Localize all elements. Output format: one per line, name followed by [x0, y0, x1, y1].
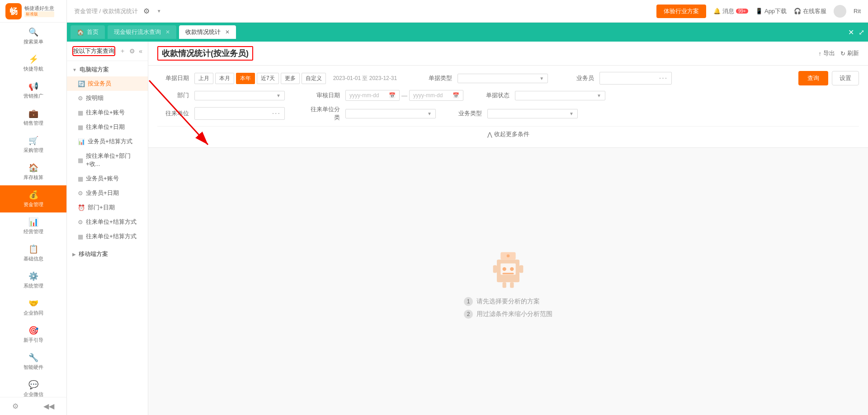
sidebar-item-corp[interactable]: 🤝 企业协同 [0, 294, 66, 321]
scheme-item-salesperson-calc[interactable]: 📊 业务员+结算方式 [67, 134, 148, 149]
review-date-start-placeholder: yyyy-mm-dd [349, 92, 379, 99]
salesperson-select[interactable]: ··· [599, 72, 672, 85]
partner-select[interactable]: ··· [194, 107, 285, 120]
date-btn-more[interactable]: 更多 [281, 73, 300, 84]
sidebar-item-search[interactable]: 🔍 搜索菜单 [0, 23, 66, 50]
export-icon: ↑ [819, 50, 822, 57]
sidebar-item-marketing[interactable]: 📢 营销推广 [0, 77, 66, 104]
content-placeholder: 1 请先选择要分析的方案 2 用过滤条件来缩小分析范围 [148, 148, 868, 415]
svg-rect-4 [503, 273, 514, 274]
scheme-group-arrow: ▼ [72, 67, 77, 72]
biz-type-select[interactable]: ▼ [487, 109, 578, 118]
scheme-panel-header: 按以下方案查询 ＋ ⚙ « [67, 42, 148, 61]
sidebar-item-sales[interactable]: 💼 销售管理 [0, 104, 66, 131]
online-service-item[interactable]: 🎧 在线客服 [794, 7, 826, 15]
placeholder-illustration [486, 245, 531, 290]
sidebar-item-finance[interactable]: 💰 资金管理 [0, 185, 66, 212]
sidebar-item-smart[interactable]: 🔧 智能硬件 [0, 348, 66, 375]
date-btn-last-month[interactable]: 上月 [194, 73, 213, 84]
tab-home[interactable]: 🏠 首页 [71, 25, 105, 39]
tab-collection-stats[interactable]: 收款情况统计 ✕ [179, 25, 236, 39]
sidebar-label-basic: 基础信息 [24, 255, 43, 262]
partner-dots[interactable]: ··· [272, 109, 281, 118]
scheme-item-unit-date[interactable]: ▦ 往来单位+日期 [67, 120, 148, 134]
tab-maximize-icon[interactable]: ⤢ [859, 28, 864, 37]
scheme-item-unit-calc1[interactable]: ⚙ 往来单位+结算方式 [67, 215, 148, 229]
biz-type-arrow: ▼ [569, 111, 574, 116]
filter-row-1: 单据日期 上月 本月 本年 近7天 更多 自定义 2023-01-01 至 20… [157, 71, 859, 85]
scheme-item-unit-date-label: 往来单位+日期 [86, 123, 125, 131]
sidebar-collapse-btn[interactable]: ◀◀ [43, 402, 54, 410]
scheme-add-icon[interactable]: ＋ [119, 47, 126, 55]
tab-collection-stats-label: 收款情况统计 [185, 28, 221, 36]
scheme-item-unit-account[interactable]: ▦ 往来单位+账号 [67, 105, 148, 120]
top-header: 资金管理 / 收款情况统计 ⚙ ▼ 体验行业方案 🔔 消息 99+ 📱 App下… [67, 0, 868, 23]
scheme-item-unit-calc2[interactable]: ▦ 往来单位+结算方式 [67, 229, 148, 244]
sidebar-label-purchase: 采购管理 [24, 147, 43, 154]
sidebar-item-system[interactable]: ⚙️ 系统管理 [0, 267, 66, 294]
scheme-item-salesperson-date[interactable]: ⚙ 业务员+日期 [67, 186, 148, 200]
collapse-btn[interactable]: ⋀ 收起更多条件 [157, 127, 859, 142]
date-btn-this-year[interactable]: 本年 [236, 73, 255, 84]
sidebar-item-warehouse[interactable]: 🏠 库存核算 [0, 158, 66, 185]
collapse-area: ⋀ 收起更多条件 [157, 126, 859, 142]
tab-close-window-icon[interactable]: ✕ [848, 28, 854, 37]
app-download-item[interactable]: 📱 App下载 [755, 7, 787, 15]
calendar-start-icon: 📅 [389, 92, 396, 99]
dept-select[interactable]: ▼ [194, 91, 285, 100]
scheme-item-by-detail-icon: ⚙ [78, 95, 83, 102]
collapse-label: 收起更多条件 [494, 130, 529, 138]
export-label: 导出 [823, 49, 835, 57]
tab-collection-stats-close[interactable]: ✕ [225, 29, 230, 35]
header-settings-icon[interactable]: ⚙ [143, 7, 150, 15]
scheme-item-by-detail-label: 按明细 [86, 94, 104, 102]
date-btn-custom[interactable]: 自定义 [302, 73, 326, 84]
review-date-end[interactable]: yyyy-mm-dd 📅 [409, 90, 463, 101]
sidebar-item-guide[interactable]: 🎯 新手引导 [0, 321, 66, 348]
scheme-item-by-salesperson-label: 按业务员 [88, 80, 111, 88]
svg-rect-6 [519, 265, 523, 273]
date-btn-7days[interactable]: 近7天 [257, 73, 279, 84]
review-date-start[interactable]: yyyy-mm-dd 📅 [345, 90, 400, 101]
scheme-item-salesperson-account[interactable]: ▦ 业务员+账号 [67, 171, 148, 186]
partner-category-select[interactable]: ▼ [345, 109, 436, 118]
date-btn-this-month[interactable]: 本月 [215, 73, 234, 84]
sidebar-settings-btn[interactable]: ⚙ [12, 402, 19, 410]
header-dropdown-icon[interactable]: ▼ [157, 9, 161, 14]
notification-item[interactable]: 🔔 消息 99+ [713, 7, 748, 15]
scheme-group-desktop-header[interactable]: ▼ 电脑端方案 [67, 63, 148, 76]
scheme-item-by-detail[interactable]: ⚙ 按明细 [67, 91, 148, 105]
tab-bank-flow-close[interactable]: ✕ [165, 29, 170, 35]
sidebar-label-finance: 资金管理 [24, 201, 43, 208]
scheme-item-unit-account-label: 往来单位+账号 [86, 108, 125, 117]
export-btn[interactable]: ↑ 导出 [819, 49, 835, 57]
settings-btn[interactable]: 设置 [832, 71, 859, 85]
scheme-item-dept-date-label: 部门+日期 [88, 203, 115, 212]
trial-btn[interactable]: 体验行业方案 [656, 5, 706, 18]
user-avatar[interactable] [834, 5, 846, 18]
date-range-text: 2023-01-01 至 2023-12-31 [333, 75, 397, 82]
scheme-item-by-salesperson[interactable]: 🔄 按业务员 [67, 76, 148, 91]
refresh-btn[interactable]: ↻ 刷新 [840, 49, 859, 57]
wechat-icon: 💬 [28, 380, 38, 390]
query-btn[interactable]: 查询 [798, 71, 828, 85]
smart-icon: 🔧 [28, 353, 38, 363]
sidebar-label-smart: 智能硬件 [24, 364, 43, 371]
sidebar-item-business[interactable]: 📊 经营管理 [0, 212, 66, 240]
scheme-group-mobile-header[interactable]: ▶ 移动端方案 [67, 247, 148, 261]
scheme-collapse-icon[interactable]: « [139, 47, 142, 55]
scheme-item-unit-dept-collect[interactable]: ▦ 按往来单位+部门+收... [67, 149, 148, 171]
sidebar-item-quick-nav[interactable]: ⚡ 快捷导航 [0, 50, 66, 77]
biz-type-label: 业务类型 [450, 109, 482, 118]
search-icon: 🔍 [28, 27, 38, 37]
salesperson-dots[interactable]: ··· [659, 74, 668, 82]
sidebar-item-wechat[interactable]: 💬 企业微信 [0, 375, 66, 397]
scheme-settings-icon[interactable]: ⚙ [129, 47, 135, 55]
tab-bank-flow[interactable]: 现金银行流水查询 ✕ [108, 25, 176, 39]
doc-type-select[interactable]: ▼ [458, 74, 548, 83]
sidebar-item-purchase[interactable]: 🛒 采购管理 [0, 131, 66, 158]
scheme-item-dept-date[interactable]: ⏰ 部门+日期 [67, 200, 148, 215]
date-dash: — [401, 92, 407, 99]
sidebar-item-basic[interactable]: 📋 基础信息 [0, 240, 66, 267]
doc-status-select[interactable]: ▼ [515, 91, 605, 100]
